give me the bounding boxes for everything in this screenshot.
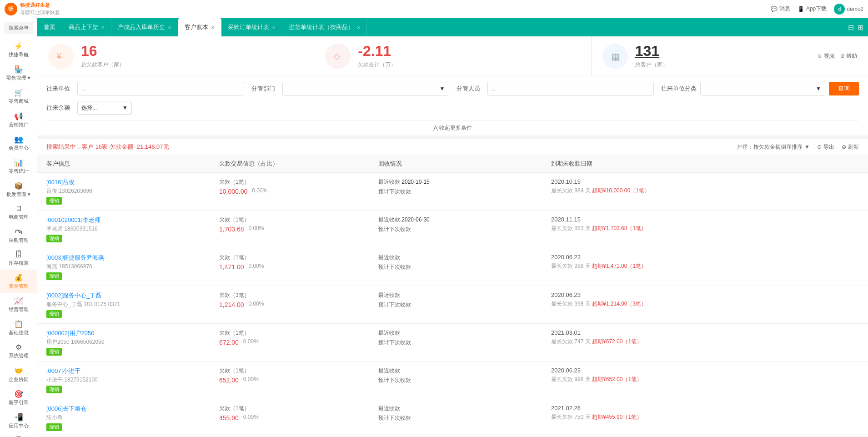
tab-home[interactable]: 首页 [37, 18, 62, 36]
table-row: [0002]服务中心_丁磊 服务中心_丁磊 181 0125 8371 现销 欠… [37, 286, 868, 324]
sidebar-item-purchase-mgmt[interactable]: 🛍 采购管理 [0, 224, 37, 247]
debt-cell-4: 欠款（1笔） 672.00 0.00% [219, 329, 378, 346]
help-button[interactable]: ⊘ 帮助 [840, 52, 857, 60]
customer-tag-0: 现销 [46, 197, 62, 205]
sidebar-item-new-guide[interactable]: 🎯 新手引导 [0, 386, 37, 409]
sidebar-item-operations[interactable]: 📈 经营管理 [0, 293, 37, 316]
filter-balance-select[interactable]: 选择... ▼ [77, 101, 132, 115]
customer-name-6[interactable]: [0006]去下粮仓 [46, 405, 86, 412]
filter-branch-dept-input[interactable]: ▼ [282, 82, 449, 95]
result-info: 搜索结果中，客户 16家 欠款金额 -21,148.07元 [46, 143, 169, 151]
customer-sub-4: 用户2050 18665062050 [46, 338, 219, 346]
tab-product-history-label: 产成品入库单历史 [118, 23, 165, 31]
sidebar-item-retail-stats[interactable]: 📊 零售统计 [0, 155, 37, 178]
sidebar-item-capital[interactable]: 💰 资金管理 [0, 270, 37, 293]
sidebar-item-system[interactable]: ⚙ 系统管理 [0, 339, 37, 362]
overdue-link-0[interactable]: 超期¥10,000.00（1笔） [592, 187, 650, 194]
filter-unit-class-input[interactable]: ▼ [700, 82, 825, 95]
customer-tag-4: 现销 [46, 348, 62, 356]
col-debt-info: 欠款交易信息（占比） [219, 160, 378, 168]
table-header: 客户信息 欠款交易信息（占比） 回收情况 到期未收款日期 [37, 155, 868, 173]
table-row: [0016]吕俊 吕俊 13026203696 现销 欠款（1笔） 10,000… [37, 173, 868, 211]
overdue-link-3[interactable]: 超期¥1,214.00（3笔） [592, 301, 647, 307]
user-avatar[interactable]: d demo2 [834, 4, 863, 15]
avatar: d [834, 4, 845, 15]
sidebar-item-basic-info[interactable]: 📋 基础信息 [0, 316, 37, 339]
customer-name-5[interactable]: [0007]小进干 [46, 367, 80, 374]
video-button[interactable]: ⊙ 视频 [818, 52, 834, 60]
customer-name-2[interactable]: [0003]畅捷服务尹海燕 [46, 254, 104, 261]
sidebar: 搜索菜单 ⚡ 快捷导航 🏪 零售管理 ▾ 🛒 零售商城 📢 营销推广 👥 会员中… [0, 18, 37, 437]
filter-branch-person-label: 分管人员 [457, 85, 484, 93]
overdue-cell-1: 2020.11.15 最长欠款 853 天 超期¥1,703.68（1笔） [551, 216, 859, 232]
export-icon: ⊙ [817, 144, 822, 150]
sidebar-item-member[interactable]: 👥 会员中心 [0, 131, 37, 155]
capital-icon: 💰 [2, 273, 35, 282]
sidebar-item-inventory[interactable]: 🗄 库存核算 [0, 247, 37, 270]
tab-bar: 首页 商品上下架 ✕ 产成品入库单历史 ✕ 客户账本 ✕ 采购订单统计表 ✕ [37, 18, 868, 36]
repay-cell-6: 最近收款 预计下次收款 [378, 405, 551, 424]
stat-icon-debt: ¥ [48, 44, 74, 69]
customer-name-3[interactable]: [0002]服务中心_丁磊 [46, 292, 101, 299]
app-download-button[interactable]: 📱 App下载 [798, 5, 827, 13]
customer-sub-2: 海燕 18513066976 [46, 263, 219, 271]
overdue-link-5[interactable]: 超期¥652.00（1笔） [592, 376, 642, 382]
tab-purchase-order-close[interactable]: ✕ [272, 25, 276, 30]
overdue-link-6[interactable]: 超期¥455.90（1笔） [592, 414, 642, 420]
brand-name: 畅捷通好生意 [20, 2, 60, 9]
logo-icon: 畅 [5, 3, 17, 15]
overdue-link-1[interactable]: 超期¥1,703.68（1笔） [592, 225, 647, 231]
overdue-link-4[interactable]: 超期¥672.00（1笔） [592, 338, 642, 345]
stat-number-total: 131 [635, 44, 668, 58]
refresh-button[interactable]: ⊘ 刷新 [842, 143, 859, 151]
tab-purchase-order[interactable]: 采购订单统计表 ✕ [221, 18, 282, 36]
overdue-cell-6: 2021.02.26 最长欠款 750 天 超期¥455.90（1笔） [551, 405, 859, 421]
new-guide-icon: 🎯 [2, 390, 35, 398]
sidebar-item-batch-mgmt[interactable]: 📦 批发管理 ▾ [0, 178, 37, 201]
tab-goods-status-close[interactable]: ✕ [101, 25, 105, 30]
tab-goods-status[interactable]: 商品上下架 ✕ [62, 18, 111, 36]
tab-customer-account-label: 客户账本 [185, 23, 208, 31]
export-button[interactable]: ⊙ 导出 [817, 143, 834, 151]
app-center-icon: 📲 [2, 413, 35, 422]
customer-cell-2: [0003]畅捷服务尹海燕 海燕 18513066976 现销 [46, 254, 219, 280]
message-button[interactable]: 💬 消息 [771, 5, 790, 13]
content-area: 首页 商品上下架 ✕ 产成品入库单历史 ✕ 客户账本 ✕ 采购订单统计表 ✕ [37, 18, 868, 437]
tab-customer-account-close[interactable]: ✕ [211, 25, 215, 30]
tab-goods-stats-close[interactable]: ✕ [356, 25, 360, 30]
filter-branch-person-input[interactable]: ... [487, 82, 654, 95]
tab-customer-account[interactable]: 客户账本 ✕ [178, 18, 221, 36]
stat-card-debt-amount: ◇ -2.11 欠款合计（万） [314, 36, 591, 76]
customer-name-4[interactable]: [000002]用户2050 [46, 330, 95, 337]
customer-name-0[interactable]: [0016]吕俊 [46, 179, 75, 186]
overdue-link-2[interactable]: 超期¥1,471.00（1笔） [592, 263, 647, 269]
sidebar-item-quick-nav[interactable]: ⚡ 快捷导航 [0, 38, 37, 61]
top-bar-right: 💬 消息 📱 App下载 d demo2 [771, 4, 863, 15]
logo-area: 畅 畅捷通好生意 母婴行业演示账套 [5, 2, 60, 16]
operations-icon: 📈 [2, 296, 35, 305]
customer-tag-3: 现销 [46, 310, 62, 318]
sidebar-item-app-center[interactable]: 📲 应用中心 [0, 409, 37, 432]
sidebar-item-enterprise-wechat[interactable]: 💬 企业微信 [0, 432, 37, 437]
query-button[interactable]: 查询 [829, 82, 859, 95]
purchase-icon: 🛍 [2, 228, 35, 236]
tab-product-history[interactable]: 产成品入库单历史 ✕ [111, 18, 178, 36]
sidebar-item-marketing[interactable]: 📢 营销推广 [0, 108, 37, 131]
sidebar-item-retail-mgmt[interactable]: 🏪 零售管理 ▾ [0, 61, 37, 85]
system-icon: ⚙ [2, 343, 35, 352]
sort-button[interactable]: 排序：按欠款金额倒序排序 ▼ [737, 143, 810, 151]
tab-minimize-button[interactable]: ⊟ [848, 23, 854, 32]
sidebar-item-ecommerce[interactable]: 🖥 电商管理 [0, 201, 37, 224]
tab-product-history-close[interactable]: ✕ [168, 25, 171, 30]
filter-from-unit-input[interactable]: ... [77, 82, 244, 95]
customer-name-1[interactable]: [0001020001]李老师 [46, 216, 100, 223]
customer-tag-1: 现销 [46, 235, 62, 242]
sidebar-item-retail-store[interactable]: 🛒 零售商城 [0, 85, 37, 108]
collapse-button[interactable]: ⋀ 收起更多条件 [46, 120, 859, 136]
tab-maximize-button[interactable]: ⊞ [858, 23, 863, 32]
search-menu-button[interactable]: 搜索菜单 [4, 22, 33, 34]
filter-row-2: 往来余额 选择... ▼ [46, 101, 859, 115]
tab-goods-stats[interactable]: 进货单统计表（按商品） ✕ [282, 18, 367, 36]
svg-text:🏢: 🏢 [611, 52, 620, 61]
sidebar-item-enterprise-collab[interactable]: 🤝 企业协同 [0, 363, 37, 386]
